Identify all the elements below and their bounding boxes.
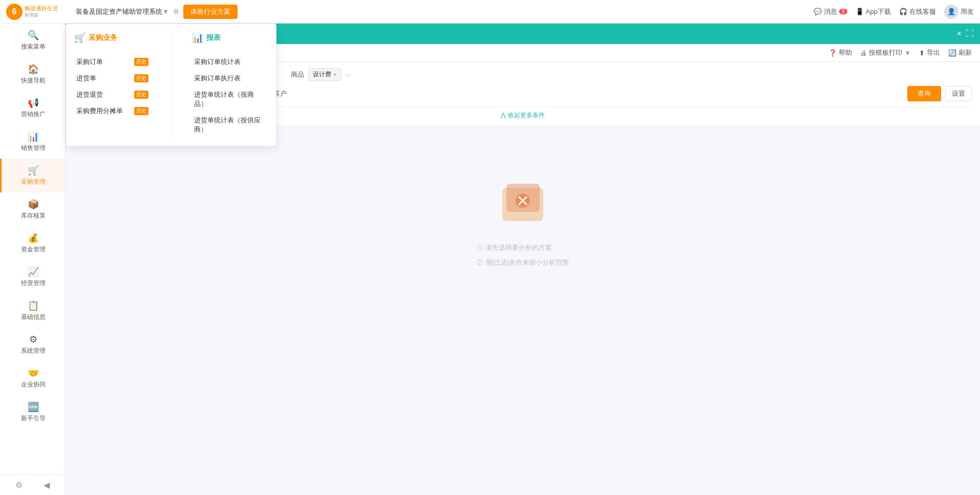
menu-item-purchase-order[interactable]: 采购订单 历史	[74, 54, 151, 70]
purchase-section-title: 🛒 采购业务	[74, 32, 151, 48]
menu-item-report-receive-goods[interactable]: 进货单统计表（按商品）	[192, 87, 268, 112]
menu-item-purchase-return[interactable]: 进货退货 历史	[74, 87, 151, 103]
purchase-section: 🛒 采购业务 采购订单 历史 进货单 历史 进货退货 历史 采购费用分摊单 历史	[74, 32, 151, 138]
purchase-section-icon: 🛒	[74, 32, 86, 44]
report-section: 📊 报表 采购订单统计表 采购订单执行表 进货单统计表（按商品） 进货单统计表（…	[192, 32, 268, 138]
report-section-icon: 📊	[192, 32, 203, 44]
history-badge-0: 历史	[134, 58, 148, 66]
menu-divider	[171, 32, 172, 138]
menu-item-report-receive-supplier[interactable]: 进货单统计表（按供应商）	[192, 112, 268, 138]
purchase-dropdown-menu: 🛒 采购业务 采购订单 历史 进货单 历史 进货退货 历史 采购费用分摊单 历史…	[66, 24, 276, 146]
menu-item-report-order-stat[interactable]: 采购订单统计表	[192, 54, 268, 70]
menu-item-purchase-receive[interactable]: 进货单 历史	[74, 70, 151, 87]
menu-item-report-order-exec[interactable]: 采购订单执行表	[192, 70, 268, 87]
report-section-title: 📊 报表	[192, 32, 268, 48]
history-badge-1: 历史	[134, 74, 148, 82]
history-badge-3: 历史	[134, 107, 148, 115]
menu-item-purchase-expense[interactable]: 采购费用分摊单 历史	[74, 103, 151, 119]
history-badge-2: 历史	[134, 91, 148, 99]
